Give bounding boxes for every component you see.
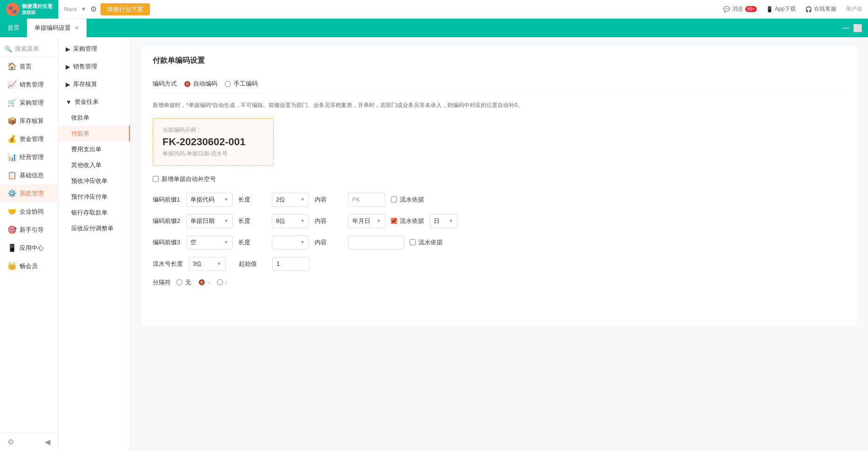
flow2-unit-select[interactable]: 日 ▼	[430, 214, 458, 228]
user-area[interactable]: 用户名	[846, 5, 862, 13]
mid-menu-capital-header[interactable]: ▼ 资金往来	[58, 94, 130, 110]
brand-name: Nare	[64, 6, 77, 13]
flow2-checkbox-label[interactable]: 流水依据	[391, 217, 424, 225]
flow1-checkbox[interactable]	[391, 196, 397, 202]
mid-menu-item-payment[interactable]: 付款单	[58, 126, 130, 141]
flow2-unit-value: 日	[434, 217, 440, 225]
flow1-checkbox-label[interactable]: 流水依据	[391, 195, 424, 204]
encoding-method-row: 编码方式 自动编码 手工编码	[153, 75, 846, 93]
separator-dash-input[interactable]	[217, 279, 223, 285]
sidebar-item-sales[interactable]: 📈 销售管理	[0, 75, 58, 94]
separator-none-radio[interactable]: 无	[176, 278, 191, 287]
prefix2-select[interactable]: 单据日期 ▼	[186, 214, 233, 228]
mid-group-sales: ▶ 销售管理	[58, 59, 130, 74]
separator-none-input[interactable]	[176, 279, 182, 285]
content1-input[interactable]: FK	[348, 193, 385, 207]
try-industry-button[interactable]: 体验行业方案	[101, 3, 150, 15]
separator-dot-input[interactable]	[199, 279, 205, 285]
mid-menu-item-adjustment[interactable]: 应收应付调整单	[58, 221, 130, 236]
flow3-checkbox-label[interactable]: 流水依据	[410, 238, 443, 247]
mid-menu-item-prepaid-offset[interactable]: 预付冲应付单	[58, 189, 130, 205]
sidebar-item-basic-info[interactable]: 📋 基础信息	[0, 166, 58, 184]
tab-home[interactable]: 首页	[0, 19, 27, 37]
sidebar-search[interactable]: 🔍 搜索菜单	[0, 41, 58, 57]
separator-dash-radio[interactable]: ·	[217, 279, 228, 286]
start-label: 起始值	[239, 260, 267, 268]
mid-menu-capital-label: 资金往来	[74, 98, 99, 106]
sidebar-item-label: 采购管理	[20, 99, 44, 107]
message-badge: 99+	[745, 6, 757, 12]
sidebar-item-member[interactable]: 👑 畅会员	[0, 257, 58, 275]
serial-row: 流水号长度 3位 ▼ 起始值 1	[153, 257, 846, 271]
sidebar-item-apps[interactable]: 📱 应用中心	[0, 239, 58, 257]
encoding-method-label: 编码方式	[153, 80, 177, 88]
logo-area: 🐾 畅捷通好生意 旗舰版	[0, 0, 58, 19]
apps-icon: 📱	[7, 243, 16, 252]
tab-close-icon[interactable]: ✕	[74, 25, 79, 31]
auto-fill-checkbox-label[interactable]: 新增单据自动补空号	[153, 175, 216, 183]
online-service[interactable]: 🎧 在线客服	[805, 5, 836, 13]
app-download[interactable]: 📱 App下载	[766, 5, 796, 13]
window-minimize-icon[interactable]: —	[842, 24, 849, 32]
flow2-checkbox[interactable]	[391, 218, 397, 224]
preview-desc: 单据代码-单据日期-流水号	[162, 150, 264, 158]
gear-icon[interactable]: ⚙	[90, 5, 97, 13]
message-label: 消息	[732, 5, 743, 13]
mid-menu-purchase-header[interactable]: ▶ 采购管理	[58, 41, 130, 57]
length1-dropdown-icon: ▼	[300, 197, 305, 202]
collapse-icon[interactable]: ◀	[45, 438, 50, 446]
info-text: 新增单据时，*单据编码*自动生成，不可编辑。前缀设置为部门、业务员等档案类，开单…	[153, 101, 846, 111]
sidebar-item-label: 销售管理	[20, 81, 44, 89]
bank-label: 银行存取款单	[71, 209, 108, 216]
content2-select[interactable]: 年月日 ▼	[348, 214, 385, 228]
sidebar-item-system[interactable]: ⚙️ 系统管理	[0, 184, 58, 202]
sidebar-item-label: 企业协同	[20, 208, 44, 216]
content3-input[interactable]	[348, 236, 404, 249]
system-icon: ⚙️	[7, 189, 16, 198]
mid-menu-inventory-header[interactable]: ▶ 库存核算	[58, 76, 130, 92]
sidebar-item-purchase[interactable]: 🛒 采购管理	[0, 94, 58, 112]
mid-menu-item-expense[interactable]: 费用支出单	[58, 141, 130, 157]
length3-select[interactable]: ▼	[272, 236, 309, 249]
length2-value: 8位	[276, 217, 285, 225]
prefix1-select[interactable]: 单据代码 ▼	[186, 193, 233, 207]
flow3-checkbox[interactable]	[410, 239, 416, 245]
serial-select[interactable]: 3位 ▼	[188, 257, 226, 271]
prefix3-select[interactable]: 空 ▼	[186, 236, 233, 249]
sidebar-item-operations[interactable]: 📊 经营管理	[0, 148, 58, 166]
dropdown-arrow[interactable]: ▼	[81, 6, 87, 13]
auto-encode-input[interactable]	[184, 81, 190, 87]
mid-menu-item-other-income[interactable]: 其他收入单	[58, 157, 130, 173]
auto-fill-checkbox[interactable]	[153, 176, 159, 182]
separator-dot-radio[interactable]: ·	[199, 279, 209, 286]
settings-icon[interactable]: ⚙	[7, 438, 14, 446]
flow2-unit-dropdown-icon: ▼	[449, 218, 453, 223]
auto-encode-radio[interactable]: 自动编码	[184, 80, 217, 88]
mid-menu-item-prepay-offset[interactable]: 预收冲应收单	[58, 173, 130, 189]
start-input[interactable]: 1	[272, 257, 310, 271]
sidebar-item-guide[interactable]: 🎯 新手引导	[0, 221, 58, 239]
length1-select[interactable]: 2位 ▼	[272, 193, 309, 207]
sidebar-item-home[interactable]: 🏠 首页	[0, 57, 58, 75]
sidebar-item-enterprise[interactable]: 🤝 企业协同	[0, 202, 58, 221]
window-maximize-icon[interactable]: ⬜	[853, 24, 862, 33]
length2-select[interactable]: 8位 ▼	[272, 214, 309, 228]
page-title: 付款单编码设置	[153, 56, 846, 66]
message-area[interactable]: 💬 消息 99+	[723, 5, 757, 13]
user-name: 用户名	[846, 6, 862, 12]
manual-encode-input[interactable]	[225, 81, 231, 87]
tab-encoding-settings[interactable]: 单据编码设置 ✕	[27, 19, 87, 37]
sidebar-item-inventory[interactable]: 📦 库存核算	[0, 112, 58, 130]
mid-menu-sales-header[interactable]: ▶ 销售管理	[58, 59, 130, 74]
enterprise-icon: 🤝	[7, 207, 16, 216]
search-icon: 🔍	[5, 46, 12, 53]
arrow-down-icon: ▼	[66, 99, 72, 106]
mid-menu-item-bank[interactable]: 银行存取款单	[58, 205, 130, 221]
manual-encode-radio[interactable]: 手工编码	[225, 80, 258, 88]
sidebar-item-label: 首页	[20, 62, 32, 71]
serial-value: 3位	[193, 260, 202, 268]
length3-dropdown-icon: ▼	[300, 240, 305, 245]
sidebar-item-finance[interactable]: 💰 资金管理	[0, 130, 58, 148]
mid-group-capital: ▼ 资金往来 收款单 付款单 费用支出单 其他收入单 预收冲应收单	[58, 94, 130, 236]
mid-menu-item-receipt[interactable]: 收款单	[58, 110, 130, 126]
